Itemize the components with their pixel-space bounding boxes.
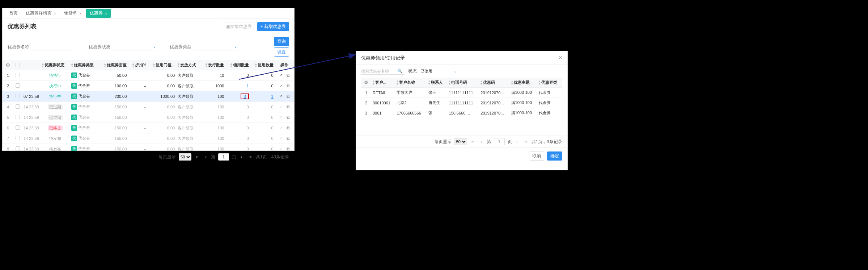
- sort-icon[interactable]: ▴▾: [206, 63, 207, 68]
- sort-icon[interactable]: ▴▾: [42, 63, 44, 68]
- sort-icon[interactable]: ▴▾: [178, 63, 179, 68]
- row-checkbox[interactable]: [16, 125, 20, 130]
- search-input[interactable]: [361, 68, 397, 74]
- add-coupon-button[interactable]: + 新增优惠券: [257, 22, 289, 31]
- row-checkbox[interactable]: [16, 115, 20, 119]
- table-row[interactable]: 1 RETAIL... 零散客户 张三 11111111111 2019120​…: [361, 88, 562, 98]
- row-checkbox[interactable]: [16, 73, 20, 77]
- table-row[interactable]: 2 00010001 北京1 唐先生 11111111111 2019120​7…: [361, 98, 562, 108]
- row-checkbox[interactable]: [16, 83, 20, 88]
- col-discount[interactable]: 折扣%: [135, 63, 147, 67]
- table-row[interactable]: 8 14 23:59 待发布 代代金券 150.00 -- 0.00 客户领取 …: [3, 144, 294, 151]
- coupon-status-select[interactable]: ⌄: [113, 43, 156, 50]
- col-custcode[interactable]: 客户...: [375, 80, 386, 84]
- sort-icon[interactable]: ▴▾: [132, 63, 134, 68]
- next-page-icon[interactable]: ›: [239, 154, 244, 159]
- qrcode-icon[interactable]: ⧉: [287, 146, 290, 151]
- table-row[interactable]: 1 待执行 代代金券 50.00 -- 0.00 客户领取 10 0 0 ↗ ⧉: [3, 70, 294, 81]
- last-page-icon[interactable]: ⇥: [246, 154, 253, 159]
- tab-coupon[interactable]: 优惠券×: [86, 9, 111, 18]
- close-icon[interactable]: ×: [79, 11, 81, 16]
- table-row[interactable]: 7 14 23:59 待发布 代代金券 150.00 -- 0.00 客户领取 …: [3, 133, 294, 144]
- page-input[interactable]: [218, 153, 229, 161]
- sort-icon[interactable]: ▴▾: [480, 80, 482, 85]
- ok-button[interactable]: 确定: [547, 151, 562, 161]
- first-page-icon[interactable]: ⇤: [470, 139, 477, 144]
- cancel-button[interactable]: 取消: [529, 151, 544, 161]
- share-icon[interactable]: ↗: [279, 83, 283, 88]
- search-button[interactable]: 查询: [274, 37, 289, 46]
- table-row[interactable]: 3 0001 17666666666 张 156 6666 ... 201912…: [361, 108, 562, 118]
- sort-icon[interactable]: ▴▾: [428, 80, 430, 85]
- per-page-select[interactable]: 50: [454, 138, 467, 145]
- next-page-icon[interactable]: ›: [515, 139, 519, 144]
- sort-icon[interactable]: ▴▾: [153, 63, 155, 68]
- qrcode-icon[interactable]: ⧉: [287, 83, 290, 88]
- row-checkbox[interactable]: [16, 146, 20, 151]
- col-use[interactable]: 使用数量: [258, 63, 274, 67]
- sort-icon[interactable]: ▴▾: [511, 80, 513, 85]
- per-page-select[interactable]: 50: [179, 153, 191, 161]
- qrcode-icon[interactable]: ⧉: [287, 125, 290, 130]
- use-link[interactable]: 1: [271, 94, 274, 99]
- sort-icon[interactable]: ▴▾: [255, 63, 257, 68]
- col-contact[interactable]: 联系人: [431, 80, 443, 84]
- close-icon[interactable]: ×: [54, 11, 56, 16]
- col-issue[interactable]: 发行数量: [208, 63, 224, 67]
- tab-home[interactable]: 首页: [5, 9, 21, 18]
- col-claim[interactable]: 领用数量: [233, 63, 249, 67]
- search-icon[interactable]: 🔍: [397, 68, 403, 74]
- table-row[interactable]: 4 14 23:59 已过期 代代金券 150.00 -- 0.00 客户领取 …: [3, 102, 294, 112]
- sort-icon[interactable]: ▴▾: [104, 63, 106, 68]
- col-method[interactable]: 发放方式: [180, 63, 196, 67]
- sort-icon[interactable]: ▴▾: [71, 63, 73, 68]
- col-custname[interactable]: 客户名称: [399, 80, 415, 84]
- table-row[interactable]: 3 07 23:59 执行中 代代金券 200.00 -- 1000.00 客户…: [3, 91, 294, 102]
- prev-page-icon[interactable]: ‹: [479, 139, 484, 144]
- gear-icon[interactable]: ⚙: [6, 62, 10, 68]
- close-icon[interactable]: ×: [558, 54, 562, 62]
- distribute-coupon-button[interactable]: ▣ 发放优惠券: [223, 22, 255, 31]
- gear-icon[interactable]: ⚙: [364, 80, 368, 85]
- first-page-icon[interactable]: ⇤: [194, 154, 201, 159]
- col-couponcode[interactable]: 优惠码: [483, 80, 495, 84]
- coupon-type-select[interactable]: ⌄: [194, 43, 237, 50]
- qrcode-icon[interactable]: ⧉: [287, 115, 290, 120]
- share-icon[interactable]: ↗: [279, 73, 283, 78]
- claim-link[interactable]: 1: [246, 84, 249, 88]
- table-row[interactable]: 6 14 23:59 已终止 代代金券 150.00 -- 0.00 客户领取 …: [3, 123, 294, 133]
- sort-icon[interactable]: ▴▾: [397, 80, 398, 85]
- claim-count-highlighted[interactable]: 3: [241, 94, 249, 99]
- sort-icon[interactable]: ▴▾: [449, 80, 450, 85]
- page-input[interactable]: [494, 138, 505, 145]
- close-icon[interactable]: ×: [105, 11, 107, 16]
- col-theme[interactable]: 优惠主题: [514, 80, 530, 84]
- tab-coupon-detail[interactable]: 优惠券详情页×: [22, 9, 60, 18]
- qrcode-icon[interactable]: ⧉: [287, 94, 290, 99]
- last-page-icon[interactable]: ⇥: [522, 139, 529, 144]
- sort-icon[interactable]: ▴▾: [230, 63, 232, 68]
- settings-button[interactable]: 设置: [274, 47, 289, 57]
- select-all-checkbox[interactable]: [16, 63, 20, 67]
- row-checkbox[interactable]: [16, 136, 20, 140]
- col-status[interactable]: 优惠券状态: [45, 63, 64, 67]
- sort-icon[interactable]: ▴▾: [539, 80, 541, 85]
- row-checkbox[interactable]: [16, 104, 20, 109]
- col-threshold[interactable]: 使用门槛...: [156, 63, 175, 67]
- share-icon[interactable]: ↗: [279, 94, 283, 99]
- col-type[interactable]: 优惠券类型: [74, 63, 94, 67]
- row-checkbox[interactable]: [16, 94, 20, 98]
- sort-icon[interactable]: ▴▾: [373, 80, 374, 85]
- col-phone[interactable]: 电话号码: [451, 80, 467, 84]
- tab-sales-order[interactable]: 销货单×: [60, 9, 85, 18]
- coupon-name-input[interactable]: [31, 43, 75, 50]
- qrcode-icon[interactable]: ⧉: [287, 136, 290, 141]
- prev-page-icon[interactable]: ‹: [204, 154, 208, 159]
- qrcode-icon[interactable]: ⧉: [287, 104, 290, 109]
- col-ctype[interactable]: 优惠券类: [541, 80, 557, 84]
- table-row[interactable]: 5 14 23:59 已过期 代代金券 150.00 -- 0.00 客户领取 …: [3, 112, 294, 123]
- col-face[interactable]: 优惠券面值: [107, 63, 127, 67]
- status-select[interactable]: 已使用 ⌄: [420, 68, 457, 74]
- table-row[interactable]: 2 执行中 代代金券 100.00 -- 0.00 客户领取 1000 1 0 …: [3, 81, 294, 91]
- qrcode-icon[interactable]: ⧉: [287, 73, 290, 78]
